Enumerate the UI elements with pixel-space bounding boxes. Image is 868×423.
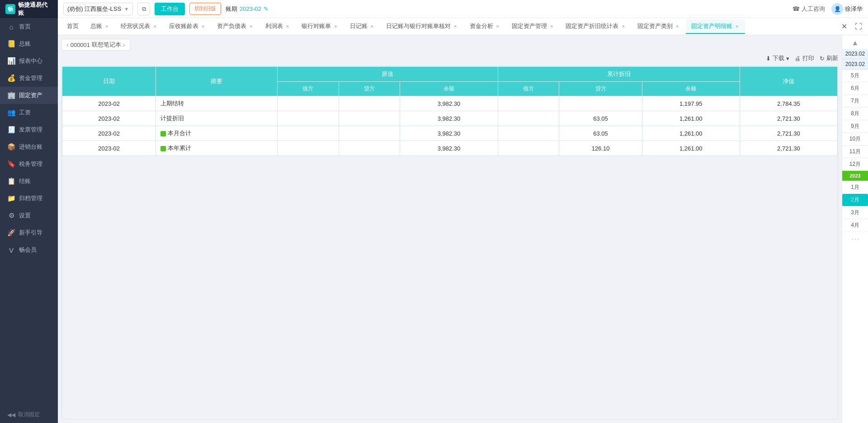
sales-icon: 📦 [7, 143, 15, 151]
sidebar-item-label: 资金管理 [19, 74, 42, 82]
sidebar-item-guide[interactable]: 🚀 新手引导 [0, 224, 58, 241]
print-button[interactable]: 🖨 打印 [795, 54, 814, 62]
col-accumulated-depreciation: 累计折旧 [498, 67, 740, 82]
sidebar-item-sales-ledger[interactable]: 📦 进销台账 [0, 138, 58, 155]
calendar-month-7[interactable]: 7月 [842, 95, 868, 108]
tab-journal-reconcile[interactable]: 日记账与银行对账单核对 × [381, 19, 463, 34]
calendar-month-6[interactable]: 6月 [842, 82, 868, 95]
topbar: (劝创) 江西服垒-LSS ▼ ⧉ 工作台 切到旧版 账期 2023-02 ✎ … [58, 0, 868, 18]
guide-icon: 🚀 [7, 229, 15, 237]
tab-close-icon[interactable]: × [104, 23, 109, 29]
calendar-more-btn[interactable]: ⋯ [842, 232, 868, 245]
close-tab-btn[interactable]: ✕ [838, 21, 850, 33]
tab-fa-depreciation[interactable]: 固定资产折旧统计表 × [560, 19, 631, 34]
sidebar-item-payroll[interactable]: 👥 工资 [0, 104, 58, 121]
detail-table-wrap: 日期 摘要 原值 累计折旧 净值 借方 贷方 余额 借方 贷方 余额 [61, 66, 838, 419]
tab-label: 首页 [67, 22, 79, 30]
sidebar-item-settings[interactable]: ⚙ 设置 [0, 207, 58, 224]
service-button[interactable]: ☎ 人工咨询 [793, 5, 825, 13]
sidebar-item-archive[interactable]: 📁 归档管理 [0, 190, 58, 207]
tab-close-icon[interactable]: × [152, 23, 157, 29]
breadcrumb-back-btn[interactable]: ‹ [66, 41, 69, 48]
tab-close-icon[interactable]: × [735, 23, 739, 29]
calendar-month-12[interactable]: 12月 [842, 158, 868, 171]
col-net-value: 净值 [740, 67, 837, 96]
orig-balance-header: 余额 [400, 82, 498, 96]
tab-bank-statement[interactable]: 银行对账单 × [296, 19, 343, 34]
workbench-button[interactable]: 工作台 [155, 3, 185, 15]
breadcrumb-forward-btn[interactable]: › [123, 41, 125, 48]
period-edit-icon[interactable]: ✎ [264, 5, 269, 12]
detail-table: 日期 摘要 原值 累计折旧 净值 借方 贷方 余额 借方 贷方 余额 [62, 66, 838, 156]
tab-general-ledger[interactable]: 总账 × [85, 19, 114, 34]
tab-fa-management[interactable]: 固定资产管理 × [506, 19, 559, 34]
table-row: 2023-02 本月合计 3,982.30 63.05 1,261.00 2,7… [62, 126, 838, 141]
tab-close-icon[interactable]: × [249, 23, 253, 29]
sidebar-item-member[interactable]: V 畅会员 [0, 241, 58, 258]
tab-fund-analysis[interactable]: 资金分析 × [464, 19, 505, 34]
tab-close-icon[interactable]: × [495, 23, 500, 29]
calendar-month-10[interactable]: 10月 [842, 133, 868, 146]
cell-date: 2023-02 [62, 96, 156, 111]
calendar-month-9[interactable]: 9月 [842, 120, 868, 133]
download-button[interactable]: ⬇ 下载 ▾ [766, 54, 789, 62]
tab-label: 资产负债表 [217, 22, 246, 30]
calendar-month-3[interactable]: 3月 [842, 207, 868, 219]
cell-orig-balance: 3,982.30 [400, 96, 498, 111]
tab-close-icon[interactable]: × [370, 23, 374, 29]
accum-balance-header: 余额 [642, 82, 740, 96]
sidebar-unpin-btn[interactable]: ◀◀ 取消固定 [0, 406, 58, 423]
asset-detail-panel: ‹ 000001 联想笔记本 › ⬇ 下载 ▾ 🖨 打印 ↻ [58, 35, 842, 423]
tab-close-icon[interactable]: × [549, 23, 554, 29]
tab-fa-category[interactable]: 固定资产类别 × [632, 19, 685, 34]
cell-net-value: 2,721.30 [740, 126, 837, 141]
calendar-month-2-active[interactable]: 2月 [842, 194, 868, 207]
company-dropdown-icon: ▼ [124, 6, 129, 12]
cell-accum-debit [498, 111, 559, 126]
tab-balance-sheet[interactable]: 资产负债表 × [212, 19, 259, 34]
tab-business-status[interactable]: 经营状况表 × [115, 19, 162, 34]
tab-close-icon[interactable]: × [285, 23, 290, 29]
tab-fa-detail[interactable]: 固定资产明细账 × [686, 19, 745, 34]
cell-accum-debit [498, 141, 559, 156]
sidebar-item-fixed-assets[interactable]: 🏢 固定资产 [0, 87, 58, 104]
calendar-month-11[interactable]: 11月 [842, 146, 868, 158]
cell-summary: 计提折旧 [156, 111, 278, 126]
calendar-month-4[interactable]: 4月 [842, 219, 868, 232]
calendar-month-5[interactable]: 5月 [842, 70, 868, 82]
switch-version-button[interactable]: 切到旧版 [189, 3, 221, 15]
tab-close-icon[interactable]: × [201, 23, 205, 29]
sidebar-item-label: 首页 [19, 23, 31, 31]
row-tag-green [160, 131, 166, 136]
tab-close-icon[interactable]: × [621, 23, 625, 29]
sidebar-item-ledger[interactable]: 📒 总账 [0, 35, 58, 52]
calendar-scroll-up[interactable]: ▲ [842, 37, 868, 49]
tab-receivable-aging[interactable]: 应收账龄表 × [164, 19, 211, 34]
calendar-month-1[interactable]: 1月 [842, 181, 868, 194]
tab-close-icon[interactable]: × [453, 23, 458, 29]
sidebar-item-home[interactable]: ⌂ 首页 [0, 18, 58, 35]
tab-profit[interactable]: 利润表 × [260, 19, 295, 34]
calendar-month-8[interactable]: 8月 [842, 108, 868, 120]
copy-button[interactable]: ⧉ [137, 3, 150, 15]
cell-orig-balance: 3,982.30 [400, 126, 498, 141]
sidebar-item-reports[interactable]: 📊 报表中心 [0, 52, 58, 70]
maximize-btn[interactable]: ⛶ [853, 21, 864, 33]
company-selector[interactable]: (劝创) 江西服垒-LSS ▼ [63, 3, 133, 15]
col-summary: 摘要 [156, 67, 278, 96]
tab-home[interactable]: 首页 [61, 19, 84, 34]
refresh-button[interactable]: ↻ 刷新 [820, 54, 838, 62]
sidebar-item-tax[interactable]: 🔖 税务管理 [0, 155, 58, 173]
sidebar-item-funds[interactable]: 💰 资金管理 [0, 70, 58, 87]
sidebar-item-invoices[interactable]: 🧾 发票管理 [0, 121, 58, 138]
tab-journal[interactable]: 日记账 × [344, 19, 380, 34]
sidebar-item-label: 工资 [19, 108, 31, 117]
calendar-year-2023-btn2[interactable]: 2023.02 [842, 59, 868, 70]
sidebar-item-closing[interactable]: 📋 结账 [0, 173, 58, 190]
user-menu[interactable]: 👤 徐泽华 [831, 3, 863, 15]
home-icon: ⌂ [7, 23, 15, 31]
tab-close-icon[interactable]: × [675, 23, 679, 29]
tab-close-icon[interactable]: × [333, 23, 338, 29]
download-arrow-icon: ▾ [786, 55, 789, 62]
calendar-year-2023-btn[interactable]: 2023.02 [842, 49, 868, 59]
